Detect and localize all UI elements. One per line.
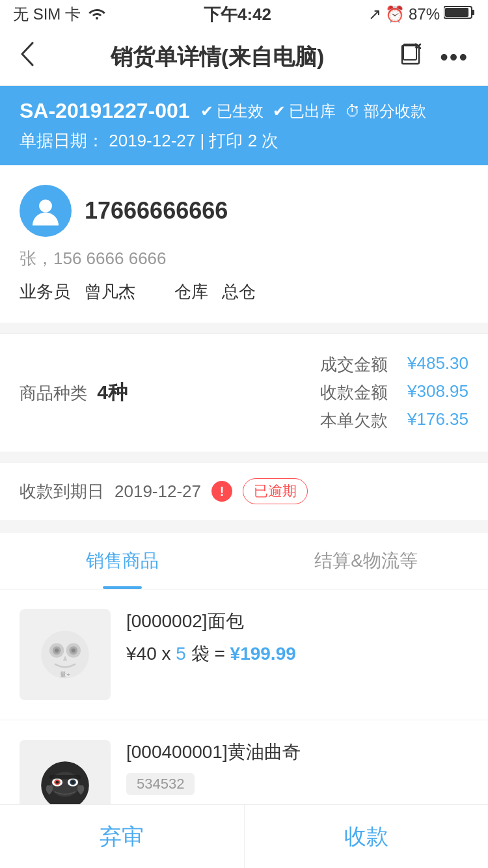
stats-right: 成交金额 ¥485.30 收款金额 ¥308.95 本单欠款 ¥176.35 <box>320 353 468 432</box>
product-sku-2: 534532 <box>126 773 195 795</box>
svg-text:量+: 量+ <box>60 671 70 678</box>
status-bar-time: 下午4:42 <box>204 3 271 26</box>
svg-rect-4 <box>403 44 416 60</box>
wifi-icon <box>87 5 107 23</box>
svg-point-22 <box>56 781 59 784</box>
due-section: 收款到期日 2019-12-27 ! 已逾期 <box>0 463 488 520</box>
back-button[interactable] <box>20 42 34 72</box>
badge-shipped: ✔ 已出库 <box>273 101 336 122</box>
list-item: 量+ [0000002]面包 ¥40 x 5 袋 = ¥199.99 <box>0 590 488 720</box>
order-badges: ✔ 已生效 ✔ 已出库 ⏱ 部分收款 <box>200 101 426 122</box>
svg-point-12 <box>55 648 59 652</box>
product-price-1: ¥40 x 5 袋 = ¥199.99 <box>126 642 468 666</box>
warehouse-label: 仓库 总仓 <box>174 280 256 303</box>
amount-value: ¥485.30 <box>407 353 468 376</box>
bottom-bar: 弃审 收款 <box>0 804 488 868</box>
due-label: 收款到期日 <box>20 480 104 503</box>
sim-status: 无 SIM 卡 <box>13 4 81 25</box>
page-title: 销货单详情(来自电脑) <box>111 42 325 72</box>
tab-section: 销售商品 结算&物流等 <box>0 533 488 590</box>
customer-top: 17666666666 <box>20 185 468 237</box>
overdue-badge: 已逾期 <box>243 478 308 504</box>
badge-partial: ⏱ 部分收款 <box>345 101 426 122</box>
tab-settlement[interactable]: 结算&物流等 <box>244 533 488 589</box>
order-header: SA-20191227-001 ✔ 已生效 ✔ 已出库 ⏱ 部分收款 单据日期：… <box>0 86 488 165</box>
product-name-1: [0000002]面包 <box>126 609 468 634</box>
status-bar-left: 无 SIM 卡 <box>13 4 107 25</box>
stat-row-debt: 本单欠款 ¥176.35 <box>320 409 468 432</box>
collect-payment-button[interactable]: 收款 <box>245 805 489 868</box>
status-bar: 无 SIM 卡 下午4:42 ↗ ⏰ 87% <box>0 0 488 29</box>
svg-point-23 <box>72 781 75 784</box>
product-image-1: 量+ <box>20 609 111 700</box>
debt-value: ¥176.35 <box>407 409 468 432</box>
stat-row-received: 收款金额 ¥308.95 <box>320 381 468 404</box>
product-qty-1: 5 <box>176 644 186 664</box>
stats-left: 商品种类 4种 <box>20 379 128 406</box>
product-total-1: ¥199.99 <box>230 644 296 664</box>
battery-icon <box>444 5 475 24</box>
more-icon[interactable]: ••• <box>440 44 468 71</box>
customer-section: 17666666666 张，156 6666 6666 业务员 曾凡杰 仓库 总… <box>0 165 488 323</box>
stat-row-amount: 成交金额 ¥485.30 <box>320 353 468 376</box>
cancel-audit-button[interactable]: 弃审 <box>0 805 245 868</box>
status-bar-right: ↗ ⏰ 87% <box>368 5 475 24</box>
avatar <box>20 185 72 237</box>
customer-name: 张，156 6666 6666 <box>20 247 468 270</box>
warehouse-value: 总仓 <box>222 282 256 301</box>
overdue-icon: ! <box>211 481 232 502</box>
section-gap <box>0 525 488 533</box>
svg-rect-24 <box>49 775 81 779</box>
battery-text: 87% <box>409 5 440 23</box>
nav-icons: ••• <box>401 43 468 71</box>
salesperson-value: 曾凡杰 <box>85 282 135 301</box>
share-icon[interactable] <box>401 43 424 71</box>
check-icon-2: ✔ <box>273 102 286 120</box>
product-info-1: [0000002]面包 ¥40 x 5 袋 = ¥199.99 <box>126 609 468 666</box>
product-name-2: [000400001]黄油曲奇 <box>126 740 468 765</box>
customer-phone: 17666666666 <box>85 197 228 224</box>
clock-icon: ⏱ <box>345 102 360 120</box>
badge-effective: ✔ 已生效 <box>200 101 264 122</box>
due-date: 2019-12-27 <box>115 481 201 502</box>
order-id: SA-20191227-001 <box>20 99 190 123</box>
svg-point-13 <box>72 648 75 652</box>
svg-rect-2 <box>445 8 468 17</box>
order-date-row: 单据日期： 2019-12-27 | 打印 2 次 <box>20 129 468 152</box>
received-value: ¥308.95 <box>407 381 468 404</box>
product-type-count: 4种 <box>97 381 128 403</box>
check-icon: ✔ <box>200 102 213 120</box>
svg-rect-1 <box>472 10 474 15</box>
alarm-icon: ⏰ <box>385 5 405 23</box>
tab-sales-products[interactable]: 销售商品 <box>0 533 244 589</box>
customer-meta: 业务员 曾凡杰 仓库 总仓 <box>20 280 468 303</box>
location-icon: ↗ <box>368 5 381 23</box>
order-stats: 商品种类 4种 成交金额 ¥485.30 收款金额 ¥308.95 本单欠款 ¥… <box>0 334 488 452</box>
svg-point-6 <box>39 200 52 213</box>
nav-bar: 销货单详情(来自电脑) ••• <box>0 29 488 86</box>
salesperson-label: 业务员 曾凡杰 <box>20 280 135 303</box>
